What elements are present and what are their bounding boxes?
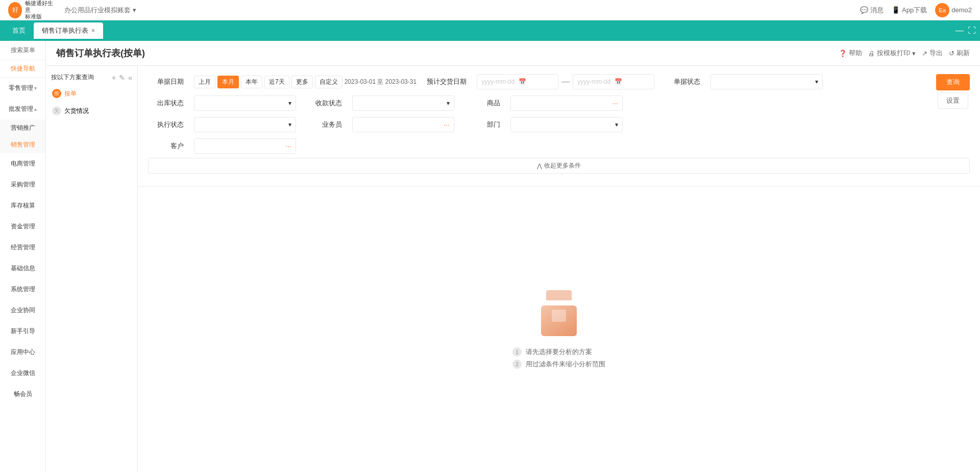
product-select[interactable]: ··· (510, 96, 623, 111)
page-title: 销售订单执行表(按单) (56, 47, 839, 59)
setting-button[interactable]: 设置 (938, 92, 968, 109)
filter-block: 单据日期 上月 本月 本年 近7天 更多 自定义 2023-03-01 至 20… (148, 74, 970, 154)
action-buttons: 查询 设置 (928, 74, 970, 109)
sidebar-item-sales[interactable]: 销售管理 (0, 136, 45, 153)
customer-more-icon[interactable]: ··· (285, 142, 291, 150)
sidebar: 搜索菜单 快捷导航 零售管理▾ 批发管理▴ 营销推广 销售管理 电商管理 采购管… (0, 41, 46, 472)
exec-status-select[interactable]: ▾ (194, 117, 296, 132)
sidebar-item-ecommerce[interactable]: 电商管理 (0, 153, 45, 174)
sidebar-item-marketing[interactable]: 营销推广 (0, 120, 45, 136)
product-more-icon[interactable]: ··· (612, 99, 618, 107)
page-header: 销售订单执行表(按单) ❓ 帮助 🖨 按模板打印 ▾ ↗ 导出 ↺ 刷新 (46, 41, 980, 66)
department-label: 部门 (464, 120, 500, 129)
add-scheme-button[interactable]: + (112, 74, 116, 82)
scheme-icon-欠货情况: 欠 (52, 106, 61, 115)
bill-status-chevron-icon: ▾ (815, 78, 818, 85)
sidebar-item-member[interactable]: 畅会员 (0, 384, 45, 405)
empty-hints: 1 请先选择要分析的方案 2 用过滤条件来缩小分析范围 (512, 347, 605, 369)
print-icon: 🖨 (868, 50, 875, 57)
expected-date-start-input[interactable]: yyyy-mm-dd 📅 (477, 74, 558, 89)
delivery-status-select[interactable]: ▾ (194, 96, 296, 111)
right-content: 单据日期 上月 本月 本年 近7天 更多 自定义 2023-03-01 至 20… (138, 66, 980, 472)
hint-num-1: 1 (512, 347, 522, 357)
calendar-start-icon[interactable]: 📅 (519, 78, 526, 85)
scheme-item-欠货情况[interactable]: 欠 欠货情况 (46, 102, 137, 120)
sidebar-item-basic[interactable]: 基础信息 (0, 258, 45, 279)
date-dash: — (561, 77, 570, 86)
tab-window-controls: — ⛶ (955, 26, 976, 35)
message-action[interactable]: 💬 消息 (860, 6, 884, 15)
date-btn-last-month[interactable]: 上月 (194, 76, 215, 88)
bill-status-label: 单据状态 (665, 77, 700, 86)
edit-scheme-button[interactable]: ✎ (119, 74, 125, 82)
topbar-actions: 💬 消息 📱 App下载 Ea demo2 (860, 3, 972, 17)
sidebar-item-inventory[interactable]: 库存核算 (0, 195, 45, 216)
department-select[interactable]: ▾ (510, 117, 623, 132)
minimize-icon[interactable]: — (955, 26, 964, 35)
delivery-status-label: 出库状态 (148, 99, 184, 108)
calendar-end-icon[interactable]: 📅 (615, 78, 622, 85)
collapse-panel-button[interactable]: « (128, 74, 132, 82)
export-icon: ↗ (922, 50, 927, 57)
expected-date-control: yyyy-mm-dd 📅 — yyyy-mm-dd 📅 (477, 74, 654, 89)
export-button[interactable]: ↗ 导出 (922, 49, 943, 58)
app-download-action[interactable]: 📱 App下载 (892, 6, 927, 15)
query-button[interactable]: 查询 (936, 74, 970, 90)
empty-hint-1: 1 请先选择要分析的方案 (512, 347, 605, 357)
sidebar-item-operation[interactable]: 经营管理 (0, 237, 45, 258)
user-menu[interactable]: Ea demo2 (935, 3, 972, 17)
date-btn-this-month[interactable]: 本月 (217, 76, 239, 88)
sidebar-item-wholesale[interactable]: 批发管理▴ (0, 99, 45, 120)
refresh-icon: ↺ (949, 50, 954, 57)
expected-date-end-input[interactable]: yyyy-mm-dd 📅 (573, 74, 654, 89)
collection-status-select[interactable]: ▾ (352, 96, 454, 111)
product-label: 商品 (464, 99, 500, 108)
app-icon: 📱 (892, 6, 900, 14)
sidebar-item-retail[interactable]: 零售管理▾ (0, 78, 45, 99)
sidebar-item-purchase[interactable]: 采购管理 (0, 174, 45, 195)
help-icon: ❓ (839, 50, 847, 57)
maximize-icon[interactable]: ⛶ (968, 26, 976, 35)
date-btn-7days[interactable]: 近7天 (264, 76, 289, 88)
date-label: 单据日期 (148, 77, 184, 86)
sidebar-item-newuser[interactable]: 新手引导 (0, 321, 45, 342)
bill-status-select[interactable]: ▾ (710, 74, 823, 89)
date-btn-more[interactable]: 更多 (291, 76, 313, 88)
sidebar-item-wechat[interactable]: 企业微信 (0, 363, 45, 384)
collection-status-label: 收款状态 (306, 99, 342, 108)
message-icon: 💬 (860, 6, 868, 14)
salesperson-more-icon[interactable]: ··· (444, 121, 450, 129)
tab-home[interactable]: 首页 (4, 22, 34, 39)
salesperson-select[interactable]: ··· (352, 117, 454, 132)
hint-num-2: 2 (512, 360, 522, 369)
content-area: 销售订单执行表(按单) ❓ 帮助 🖨 按模板打印 ▾ ↗ 导出 ↺ 刷新 (46, 41, 980, 472)
date-btn-this-year[interactable]: 本年 (241, 76, 262, 88)
sidebar-item-appcenter[interactable]: 应用中心 (0, 342, 45, 363)
main-layout: 搜索菜单 快捷导航 零售管理▾ 批发管理▴ 营销推广 销售管理 电商管理 采购管… (0, 41, 980, 472)
date-btn-custom[interactable]: 自定义 (315, 76, 342, 88)
breadcrumb[interactable]: 办公用品行业模拟账套 ▾ (64, 6, 850, 15)
template-print-button[interactable]: 🖨 按模板打印 ▾ (868, 49, 916, 58)
scheme-icon-按单: 按 (52, 89, 61, 98)
collapse-more-button[interactable]: ⋀ 收起更多条件 (148, 158, 970, 174)
template-print-arrow-icon: ▾ (912, 50, 916, 57)
expected-date-label: 预计交货日期 (427, 77, 467, 86)
help-button[interactable]: ❓ 帮助 (839, 49, 862, 58)
filter-row-3: 执行状态 ▾ 业务员 ··· 部门 (148, 117, 928, 132)
sidebar-quick-nav[interactable]: 快捷导航 (0, 60, 45, 78)
department-chevron-icon: ▾ (615, 121, 618, 128)
tab-close-icon[interactable]: × (91, 27, 95, 34)
collapse-icon: ⋀ (537, 162, 542, 170)
scheme-item-按单[interactable]: 按 按单 (46, 85, 137, 102)
sidebar-search[interactable]: 搜索菜单 (0, 41, 45, 60)
filter-row-1: 单据日期 上月 本月 本年 近7天 更多 自定义 2023-03-01 至 20… (148, 74, 928, 89)
sidebar-item-finance[interactable]: 资金管理 (0, 216, 45, 237)
sidebar-item-cooperation[interactable]: 企业协同 (0, 300, 45, 321)
customer-select[interactable]: ··· (194, 138, 296, 154)
date-filter: 上月 本月 本年 近7天 更多 自定义 2023-03-01 至 2023-03… (194, 76, 416, 88)
exec-status-chevron-icon: ▾ (288, 121, 291, 128)
refresh-button[interactable]: ↺ 刷新 (949, 49, 970, 58)
tab-sales-order[interactable]: 销售订单执行表 × (34, 22, 103, 39)
date-range-display: 2023-03-01 至 2023-03-31 (345, 78, 416, 86)
sidebar-item-system[interactable]: 系统管理 (0, 279, 45, 300)
